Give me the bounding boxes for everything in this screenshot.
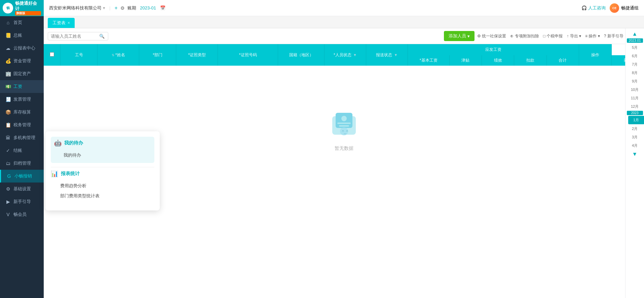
sidebar-item-cloud[interactable]: ☁云报表中心 xyxy=(0,42,44,55)
col-report: 报送状态 ▼ xyxy=(366,44,408,66)
toolbar: 🔍 添加人员 ▾ ⚙ 统一社保设置 ⊕ 专项附加扣除 □ 个税申报 ↑ 导出 ▾… xyxy=(44,28,644,44)
service-btn[interactable]: 🎧 人工咨询 xyxy=(581,5,606,11)
robot-icon: 🤖 xyxy=(54,139,62,147)
add-person-button[interactable]: 添加人员 ▾ xyxy=(444,31,475,41)
sidebar-item-home[interactable]: ⌂首页 xyxy=(0,16,44,29)
social-security-btn[interactable]: ⚙ 统一社保设置 xyxy=(477,33,506,39)
special-deduct-btn[interactable]: ⊕ 专项附加扣除 xyxy=(510,33,539,39)
col-deduct: 扣款 xyxy=(514,55,546,66)
calendar-icon[interactable]: 📅 xyxy=(160,5,165,10)
col-performance: 绩效 xyxy=(482,55,514,66)
col-empno: 工号 xyxy=(61,44,98,66)
svg-text:^_^: ^_^ xyxy=(342,129,348,134)
sidebar-item-member[interactable]: V畅会员 xyxy=(0,208,44,221)
newguide-btn[interactable]: ? 新手引导 xyxy=(604,33,623,39)
month-item-4月[interactable]: 4月 xyxy=(627,141,643,150)
month-next-btn[interactable]: ▼ xyxy=(631,150,639,159)
tabs-bar: 首页工资表× xyxy=(44,16,644,28)
col-total: 合计 xyxy=(546,55,579,66)
sidebar-icon-invoice: 🧾 xyxy=(5,97,11,102)
sidebar-item-basic[interactable]: ⚙基础设置 xyxy=(0,183,44,195)
salary-table: 工号 ⇅ *姓名 *部门 *证照类型 *证照号码 国籍（地区） *人员状态 ▼ … xyxy=(44,44,644,66)
export-btn[interactable]: ↑ 导出 ▾ xyxy=(567,33,581,39)
sidebar-icon-archive: 🗂 xyxy=(5,161,11,166)
sidebar-label-inventory: 库存核算 xyxy=(13,109,31,115)
header-divider1: | xyxy=(109,5,110,10)
sidebar-item-ledger[interactable]: 📒总账 xyxy=(0,29,44,42)
month-item-1月[interactable]: 1月 xyxy=(628,116,644,124)
sidebar-item-invoice[interactable]: 🧾发票管理 xyxy=(0,93,44,106)
logo-sub: 旗舰版 xyxy=(15,11,41,15)
month-item-10月[interactable]: 10月 xyxy=(627,86,643,94)
sidebar-item-tax[interactable]: 📋税务管理 xyxy=(0,119,44,131)
sidebar-label-archive: 归档管理 xyxy=(13,160,31,166)
add-company-btn[interactable]: + xyxy=(114,5,117,11)
avatar-initials: CE xyxy=(612,6,617,10)
sidebar-icon-newguide: ▶ xyxy=(5,199,11,204)
logo-title: 畅捷通好会计 xyxy=(15,1,41,11)
col-subsidy: 津贴 xyxy=(449,55,482,66)
sidebar-icon-basic: ⚙ xyxy=(5,186,11,192)
select-all-checkbox[interactable] xyxy=(50,52,54,57)
sidebar-item-fund[interactable]: 💰资金管理 xyxy=(0,55,44,67)
chart-icon: 📊 xyxy=(51,170,58,177)
col-name[interactable]: ⇅ *姓名 xyxy=(98,44,139,66)
sidebar-item-checkout[interactable]: ✓结账 xyxy=(0,144,44,157)
sidebar-icon-assets: 🏢 xyxy=(5,71,11,76)
sidebar-label-xiaochang: 小畅报销 xyxy=(14,173,32,179)
month-item-12月[interactable]: 12月 xyxy=(627,102,643,111)
sidebar-label-assets: 固定资产 xyxy=(13,71,31,77)
sidebar-label-ledger: 总账 xyxy=(13,32,22,38)
sidebar-label-multi: 多机构管理 xyxy=(13,135,35,141)
search-icon[interactable]: 🔍 xyxy=(99,34,105,39)
sidebar-label-cloud: 云报表中心 xyxy=(13,45,35,51)
month-item-7月[interactable]: 7月 xyxy=(627,60,643,69)
company-selector[interactable]: 西安虾米网络科技有限公司 ▾ xyxy=(49,5,105,11)
sidebar-item-archive[interactable]: 🗂归档管理 xyxy=(0,157,44,170)
month-item-11月[interactable]: 11月 xyxy=(627,94,643,102)
user-menu[interactable]: CE 畅捷通组 xyxy=(610,3,639,13)
sidebar-label-checkout: 结账 xyxy=(13,147,22,154)
sidebar-item-salary[interactable]: 💵工资 xyxy=(0,80,44,93)
sidebar-icon-fund: 💰 xyxy=(5,58,11,64)
month-item-2月[interactable]: 2月 xyxy=(627,125,643,133)
month-prev-btn[interactable]: ▲ xyxy=(631,30,639,38)
month-item-8月[interactable]: 8月 xyxy=(627,69,643,77)
sidebar-item-newguide[interactable]: ▶新手引导 xyxy=(0,195,44,208)
sidebar-icon-inventory: 📦 xyxy=(5,109,11,115)
sidebar-item-inventory[interactable]: 📦库存核算 xyxy=(0,106,44,119)
month-item-9月[interactable]: 9月 xyxy=(627,77,643,86)
tab-close-salary-table[interactable]: × xyxy=(68,21,70,25)
popup-divider xyxy=(51,167,154,167)
month-item-6月[interactable]: 6月 xyxy=(627,52,643,60)
sidebar-icon-multi: 🏛 xyxy=(5,135,11,140)
sidebar-label-member: 畅会员 xyxy=(13,211,27,218)
search-input[interactable] xyxy=(51,34,98,39)
popup-trend-item[interactable]: 费用趋势分析 xyxy=(51,181,154,191)
salary-table-container: 工号 ⇅ *姓名 *部门 *证照类型 *证照号码 国籍（地区） *人员状态 ▼ … xyxy=(44,44,644,66)
popup-section1-title: 🤖 我的待办 xyxy=(54,139,151,147)
popup-todo-item[interactable]: 我的待办 xyxy=(54,150,151,160)
col-checkbox[interactable] xyxy=(44,44,61,66)
sidebar-label-basic: 基础设置 xyxy=(13,186,31,192)
month-item-5月[interactable]: 5月 xyxy=(627,43,643,52)
sidebar-icon-ledger: 📒 xyxy=(5,33,11,38)
month-item-3月[interactable]: 3月 xyxy=(627,133,643,141)
sidebar-item-xiaochang[interactable]: G小畅报销 xyxy=(0,170,44,183)
tax-report-btn[interactable]: □ 个税申报 xyxy=(543,33,563,39)
sidebar-icon-cloud: ☁ xyxy=(5,45,11,51)
sidebar-label-salary: 工资 xyxy=(13,84,22,90)
sidebar: 畅 畅捷通好会计 旗舰版 ⌂首页📒总账☁云报表中心💰资金管理🏢固定资产💵工资🧾发… xyxy=(0,0,44,298)
logo-text: 畅捷通好会计 旗舰版 xyxy=(15,1,41,15)
settings-icon[interactable]: ⚙ xyxy=(120,5,125,11)
popup-dept-item[interactable]: 部门费用类型统计表 xyxy=(51,191,154,201)
toolbar-actions: ⚙ 统一社保设置 ⊕ 专项附加扣除 □ 个税申报 ↑ 导出 ▾ ≡ 操作 ▾ ?… xyxy=(477,33,640,39)
tab-label-salary-table: 工资表 xyxy=(52,20,66,26)
year-badge: 2023.01 xyxy=(627,38,643,43)
operation-btn[interactable]: ≡ 操作 ▾ xyxy=(585,33,600,39)
sidebar-item-multi[interactable]: 🏛多机构管理 xyxy=(0,131,44,144)
sidebar-icon-member: V xyxy=(5,212,11,217)
empty-icon: ^_^ xyxy=(327,108,361,141)
tab-salary-table[interactable]: 工资表× xyxy=(48,18,75,28)
sidebar-item-assets[interactable]: 🏢固定资产 xyxy=(0,67,44,80)
